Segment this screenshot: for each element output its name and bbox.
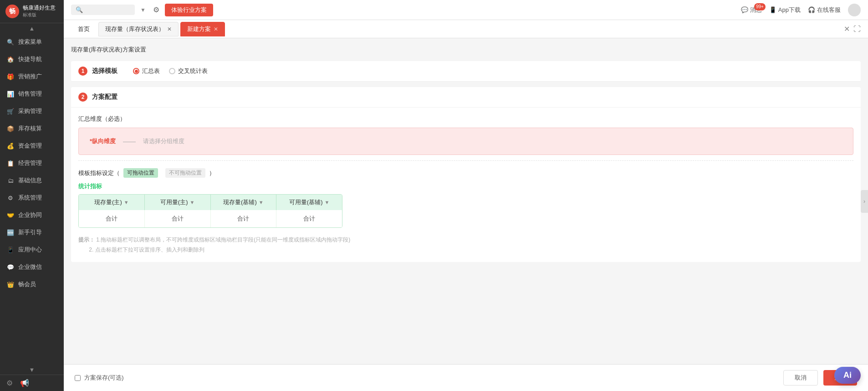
user-avatar[interactable] (848, 4, 861, 16)
save-label: 方案保存(可选) (84, 374, 124, 382)
sidebar-item-label: 企业协同 (18, 211, 42, 219)
tabs-right-actions: ✕ ⛶ (844, 25, 861, 33)
sidebar-item-member[interactable]: 👑 畅会员 (0, 276, 64, 293)
footer-save: 方案保存(可选) (75, 374, 124, 382)
tabs-bar: 首页 现存量（库存状况表） ✕ 新建方案 ✕ ✕ ⛶ (64, 20, 868, 38)
maximize-icon[interactable]: ⛶ (853, 25, 861, 33)
dimension-placeholder: 请选择分组维度 (143, 137, 184, 145)
tab-new-scheme[interactable]: 新建方案 ✕ (180, 22, 225, 36)
sidebar-item-basic[interactable]: 🗂 基础信息 (0, 172, 64, 189)
stats-table-body: 合计 合计 合计 合计 (79, 210, 342, 227)
message-button[interactable]: 💬 消息 99+ (741, 6, 762, 14)
chart-icon: 📊 (6, 90, 15, 98)
stats-body-col1: 合计 (79, 210, 145, 227)
radio-summary[interactable]: 汇总表 (133, 67, 160, 75)
sidebar-item-wechat[interactable]: 💬 企业微信 (0, 258, 64, 276)
tab-inventory-close[interactable]: ✕ (167, 26, 172, 32)
sidebar-item-label: 企业微信 (18, 263, 42, 271)
topbar-gear-icon[interactable]: ⚙ (153, 5, 159, 14)
radio-summary-dot (133, 68, 139, 74)
trial-btn[interactable]: 体验行业方案 (165, 4, 213, 16)
sidebar-scroll-up[interactable]: ▲ (0, 23, 64, 33)
tab-inventory[interactable]: 现存量（库存状况表） ✕ (98, 22, 179, 36)
tab-new-scheme-close[interactable]: ✕ (214, 26, 218, 32)
sidebar-item-label: 销售管理 (18, 90, 42, 98)
sidebar-item-search[interactable]: 🔍 搜索菜单 (0, 33, 64, 51)
service-icon: 🎧 (808, 6, 815, 13)
stats-table-header: 现存量(主) ▼ 可用量(主) ▼ 现存量(基辅) ▼ (79, 195, 342, 210)
money-icon: 💰 (6, 142, 15, 150)
sidebar-item-apps[interactable]: 📱 应用中心 (0, 241, 64, 258)
stats-body-col4: 合计 (276, 210, 342, 227)
search-input[interactable] (86, 7, 127, 13)
cancel-button[interactable]: 取消 (783, 370, 818, 386)
ai-button[interactable]: Ai (834, 367, 861, 384)
stats-header-col1-label: 现存量(主) (94, 198, 122, 206)
sidebar-nav: 🔍 搜索菜单 🏠 快捷导航 🎁 营销推广 📊 销售管理 🛒 采购管理 📦 库存核… (0, 33, 64, 365)
sidebar-item-inventory[interactable]: 📦 库存核算 (0, 120, 64, 137)
sidebar-item-sales[interactable]: 📊 销售管理 (0, 85, 64, 103)
home-icon: 🏠 (6, 55, 15, 63)
sidebar-item-operations[interactable]: 📋 经营管理 (0, 154, 64, 172)
sidebar-item-purchase[interactable]: 🛒 采购管理 (0, 103, 64, 120)
sidebar-item-label: 库存核算 (18, 124, 42, 133)
tab-home[interactable]: 首页 (71, 22, 97, 36)
handshake-icon: 🤝 (6, 211, 15, 219)
section2-body: 汇总维度（必选） *纵向维度 —— 请选择分组维度 模板指标设定（ 可拖动位置 … (71, 108, 861, 262)
stats-body-col2: 合计 (145, 210, 211, 227)
sidebar-scroll-down[interactable]: ▼ (0, 365, 64, 375)
chevron-down-icon: ▼ (325, 200, 330, 205)
online-service-button[interactable]: 🎧 在线客服 (808, 6, 841, 14)
dimension-dash: —— (123, 138, 136, 145)
template-radio-group: 汇总表 交叉统计表 (133, 67, 208, 75)
stats-header-col3-label: 现存量(基辅) (223, 198, 257, 206)
app-download-button[interactable]: 📱 App下载 (769, 6, 801, 14)
chevron-down-icon: ▼ (190, 200, 195, 205)
stats-header-col2[interactable]: 可用量(主) ▼ (145, 195, 211, 210)
speaker-icon[interactable]: 📢 (20, 379, 29, 387)
indicator-settings: 模板指标设定（ 可拖动位置 不可拖动位置 ） 统计指标 现存量(主) ▼ (78, 168, 853, 228)
search-menu-icon: 🔍 (6, 38, 15, 46)
sidebar-item-shortcut[interactable]: 🏠 快捷导航 (0, 51, 64, 68)
sidebar-item-label: 采购管理 (18, 107, 42, 115)
sidebar-item-guide[interactable]: 🆕 新手引导 (0, 224, 64, 241)
stats-header-col3[interactable]: 现存量(基辅) ▼ (211, 195, 277, 210)
tab-new-scheme-label: 新建方案 (187, 25, 211, 33)
dimension-box[interactable]: *纵向维度 —— 请选择分组维度 (78, 128, 853, 155)
sidebar-item-marketing[interactable]: 🎁 营销推广 (0, 68, 64, 85)
stats-header-col1[interactable]: 现存量(主) ▼ (79, 195, 145, 210)
topbar-dropdown-icon[interactable]: ▼ (140, 7, 146, 13)
radio-cross[interactable]: 交叉统计表 (169, 67, 208, 75)
section2-header: 2 方案配置 (71, 87, 861, 108)
tag-non-draggable: 不可拖动位置 (165, 168, 205, 178)
sidebar-item-finance[interactable]: 💰 资金管理 (0, 137, 64, 154)
tab-inventory-label: 现存量（库存状况表） (105, 25, 164, 33)
section1-header: 1 选择模板 汇总表 交叉统计表 (71, 61, 861, 82)
topbar-search-box[interactable]: 🔍 (71, 5, 135, 15)
tag-draggable: 可拖动位置 (123, 168, 158, 178)
divider1 (78, 160, 853, 161)
sidebar-item-corp[interactable]: 🤝 企业协同 (0, 206, 64, 224)
crown-icon: 👑 (6, 280, 15, 288)
dimension-label-text: 汇总维度（必选） (78, 115, 126, 122)
right-panel-toggle[interactable]: › (861, 190, 868, 213)
sidebar: 畅 畅康通好生意 标准版 ▲ 🔍 搜索菜单 🏠 快捷导航 🎁 营销推广 📊 销售… (0, 0, 64, 391)
sidebar-item-label: 新手引导 (18, 228, 42, 237)
settings-icon[interactable]: ⚙ (6, 379, 13, 387)
section-scheme-config: 2 方案配置 汇总维度（必选） *纵向维度 —— 请选择分组维度 模板指标设定（ (71, 87, 861, 262)
sidebar-item-system[interactable]: ⚙ 系统管理 (0, 189, 64, 206)
ai-button-label: Ai (843, 370, 852, 380)
clipboard-icon: 📋 (6, 159, 15, 167)
minimize-icon[interactable]: ✕ (844, 25, 850, 33)
chevron-down-icon: ▼ (259, 200, 264, 205)
sidebar-bottom: ⚙ 📢 (0, 375, 64, 391)
gift-icon: 🎁 (6, 72, 15, 81)
stats-header-col4[interactable]: 可用量(基辅) ▼ (276, 195, 342, 210)
logo-letter: 畅 (9, 7, 15, 15)
section1-title: 选择模板 (92, 67, 117, 75)
stats-body-col3: 合计 (211, 210, 277, 227)
cart-icon: 🛒 (6, 107, 15, 115)
topbar: 🔍 ▼ ⚙ 体验行业方案 💬 消息 99+ 📱 App下载 🎧 在线客服 (64, 0, 868, 20)
tips-line1: 1.拖动标题栏可以调整布局，不可跨维度或指标区域拖动栏目字段(只能在同一维度或指… (96, 237, 350, 243)
save-checkbox[interactable] (75, 375, 81, 381)
